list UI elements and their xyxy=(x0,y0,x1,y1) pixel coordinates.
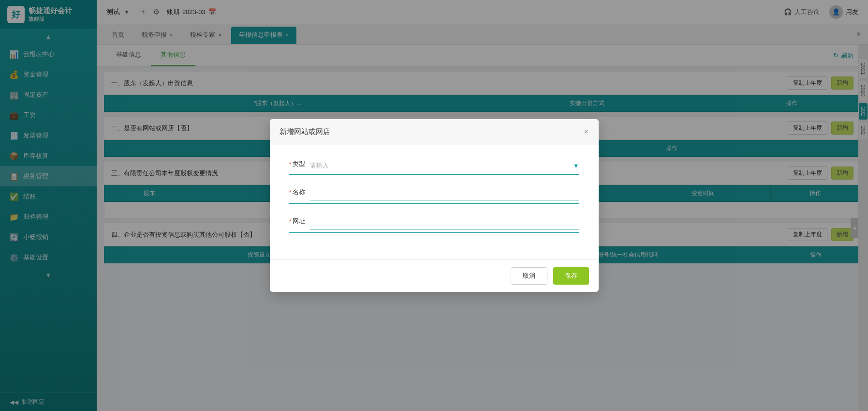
dialog-overlay: 新增网站或网店 × * 类型 请输入 ▼ xyxy=(0,0,868,411)
add-website-dialog: 新增网站或网店 × * 类型 请输入 ▼ xyxy=(270,119,599,292)
type-required-marker: * xyxy=(289,161,292,168)
type-label: * 类型 xyxy=(289,160,305,168)
save-button[interactable]: 保存 xyxy=(553,267,589,285)
url-field-container: * 网址 xyxy=(289,216,579,233)
dialog-header: 新增网站或网店 × xyxy=(270,119,599,145)
form-field-name: * 名称 xyxy=(289,187,579,204)
form-field-type: * 类型 请输入 ▼ xyxy=(289,160,579,175)
dialog-close-button[interactable]: × xyxy=(584,127,589,137)
name-field-container: * 名称 xyxy=(289,187,579,204)
type-input-area: 请输入 xyxy=(310,161,573,170)
type-placeholder: 请输入 xyxy=(310,162,329,169)
name-input[interactable] xyxy=(310,187,579,200)
url-input[interactable] xyxy=(310,216,579,229)
dialog-body: * 类型 请输入 ▼ * 名称 xyxy=(270,145,599,259)
type-label-text: 类型 xyxy=(293,160,305,168)
cancel-button[interactable]: 取消 xyxy=(511,267,547,285)
name-required-marker: * xyxy=(289,189,292,196)
dialog-footer: 取消 保存 xyxy=(270,259,599,292)
name-label: * 名称 xyxy=(289,188,305,197)
name-label-text: 名称 xyxy=(293,188,305,197)
url-label-text: 网址 xyxy=(293,217,305,226)
form-field-url: * 网址 xyxy=(289,216,579,233)
type-dropdown-icon[interactable]: ▼ xyxy=(573,162,579,169)
url-required-marker: * xyxy=(289,218,292,225)
url-label: * 网址 xyxy=(289,217,305,226)
dialog-title: 新增网站或网店 xyxy=(280,127,330,137)
type-field-container: * 类型 请输入 ▼ xyxy=(289,160,579,175)
